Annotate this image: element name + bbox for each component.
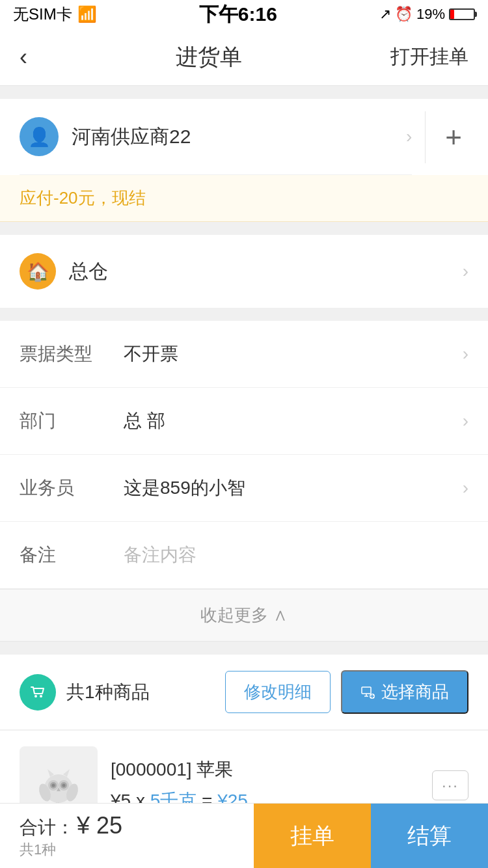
product-header: 共1种商品 修改明细 选择商品 <box>0 655 488 730</box>
svg-point-1 <box>34 695 37 698</box>
status-left: 无SIM卡 📶 <box>13 4 97 25</box>
status-right: ↗ ⏰ 19% <box>379 6 475 23</box>
remark-value[interactable]: 备注内容 <box>124 543 468 567</box>
invoice-chevron-icon: › <box>463 344 468 364</box>
supplier-name: 河南供应商22 <box>72 124 406 150</box>
add-supplier-button[interactable]: + <box>439 115 468 160</box>
total-amount: ¥ 25 <box>77 812 122 839</box>
status-time: 下午6:16 <box>199 1 277 28</box>
svg-rect-3 <box>362 687 371 694</box>
svg-rect-0 <box>26 681 49 704</box>
dept-chevron-icon: › <box>463 411 468 431</box>
warehouse-name: 总仓 <box>69 258 463 285</box>
salesperson-row[interactable]: 业务员 这是859的小智 › <box>0 455 488 522</box>
svg-point-15 <box>62 784 66 787</box>
dept-label: 部门 <box>20 409 124 433</box>
dept-row[interactable]: 部门 总 部 › <box>0 388 488 455</box>
modify-detail-button[interactable]: 修改明细 <box>225 671 331 713</box>
settle-button[interactable]: 结算 <box>371 804 488 868</box>
svg-point-14 <box>52 784 55 787</box>
location-icon: ↗ <box>379 6 391 23</box>
notice-bar: 应付-20元，现结 <box>0 175 488 222</box>
remark-row[interactable]: 备注 备注内容 <box>0 522 488 589</box>
warehouse-chevron-icon: › <box>463 261 468 282</box>
collapse-bar[interactable]: 收起更多 ∧ <box>0 589 488 642</box>
battery-icon <box>449 8 475 20</box>
svg-point-2 <box>40 695 42 698</box>
dept-value: 总 部 <box>124 409 463 433</box>
alarm-icon: ⏰ <box>395 6 413 23</box>
supplier-row[interactable]: 👤 河南供应商22 › <box>20 99 412 175</box>
section-gap-3 <box>0 308 488 321</box>
invoice-label: 票据类型 <box>20 342 124 366</box>
wifi-icon: 📶 <box>77 5 97 23</box>
total-label: 合计： <box>20 815 74 840</box>
owl-logo: 督+ <box>36 763 81 808</box>
supplier-avatar: 👤 <box>20 117 59 156</box>
salesperson-chevron-icon: › <box>463 478 468 498</box>
warehouse-section[interactable]: 🏠 总仓 › <box>0 235 488 308</box>
footer-total: 合计： ¥ 25 共1种 <box>0 804 254 868</box>
supplier-icon: 👤 <box>28 126 51 148</box>
select-product-button[interactable]: 选择商品 <box>341 670 468 714</box>
section-gap-1 <box>0 86 488 99</box>
total-sub: 共1种 <box>20 840 234 860</box>
back-button[interactable]: ‹ <box>20 44 27 71</box>
home-icon: 🏠 <box>27 261 49 282</box>
page-title: 进货单 <box>176 42 242 72</box>
hang-button[interactable]: 挂单 <box>254 804 371 868</box>
invoice-value: 不开票 <box>124 342 463 366</box>
salesperson-label: 业务员 <box>20 476 124 500</box>
carrier-label: 无SIM卡 <box>13 4 72 25</box>
open-hang-button[interactable]: 打开挂单 <box>390 44 468 70</box>
battery-percent: 19% <box>416 6 445 23</box>
supplier-section: 👤 河南供应商22 › + <box>0 99 488 175</box>
product-name: [0000001] 苹果 <box>111 757 419 782</box>
invoice-row[interactable]: 票据类型 不开票 › <box>0 321 488 388</box>
warehouse-icon: 🏠 <box>20 253 56 290</box>
salesperson-value: 这是859的小智 <box>124 476 463 500</box>
section-gap-2 <box>0 222 488 235</box>
product-count-label: 共1种商品 <box>66 680 215 705</box>
select-product-label: 选择商品 <box>381 681 449 703</box>
footer: 合计： ¥ 25 共1种 挂单 结算 <box>0 803 488 868</box>
remark-label: 备注 <box>20 543 124 567</box>
section-gap-4 <box>0 642 488 655</box>
form-section: 票据类型 不开票 › 部门 总 部 › 业务员 这是859的小智 › 备注 备注… <box>0 321 488 589</box>
product-title: 苹果 <box>197 759 233 780</box>
supplier-chevron-icon: › <box>406 126 412 147</box>
product-code: [0000001] <box>111 759 192 780</box>
product-badge-icon <box>20 674 56 711</box>
nav-bar: ‹ 进货单 打开挂单 <box>0 29 488 86</box>
vertical-divider <box>425 111 426 163</box>
select-product-icon <box>360 685 376 700</box>
status-bar: 无SIM卡 📶 下午6:16 ↗ ⏰ 19% <box>0 0 488 29</box>
more-options-button[interactable]: ··· <box>432 770 468 800</box>
